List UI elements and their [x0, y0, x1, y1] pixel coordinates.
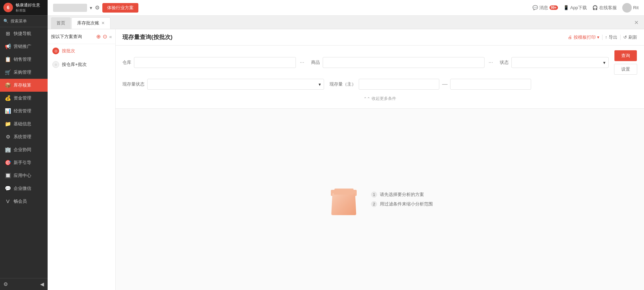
refresh-icon: ↺: [623, 35, 627, 40]
topbar-settings-icon[interactable]: ⚙: [95, 4, 100, 11]
sidebar-item-basics[interactable]: 📁 基础信息: [0, 117, 48, 130]
notification-item[interactable]: 💬 消息 99+: [532, 5, 558, 11]
user-profile[interactable]: Rit: [622, 3, 639, 13]
sidebar-item-marketing[interactable]: 📢 营销推广: [0, 40, 48, 53]
filter-area: 仓库 ··· 商品 ··· 状态 ▾: [116, 46, 644, 109]
warehouse-filter: 仓库 ···: [122, 57, 306, 68]
scheme-inactive-icon: ○: [52, 61, 59, 68]
product-filter: 商品 ···: [311, 57, 494, 68]
purchase-icon: 🛒: [5, 69, 11, 75]
inventory-status-dropdown-icon: ▾: [319, 82, 321, 87]
search-menu[interactable]: 🔍 搜索菜单: [0, 16, 48, 27]
warehouse-more-icon[interactable]: ···: [299, 59, 306, 66]
sidebar-item-system[interactable]: ⚙ 系统管理: [0, 130, 48, 143]
scheme-label: 按仓库+批次: [62, 61, 87, 68]
sidebar-item-label: 企业协同: [14, 147, 31, 153]
app-download-label: App下载: [570, 5, 587, 11]
sidebar-item-enterprise[interactable]: 🏢 企业协同: [0, 143, 48, 156]
scheme-item-by-batch[interactable]: ⊙ 按批次: [48, 44, 115, 58]
headset-icon: 🎧: [592, 5, 598, 10]
notification-label: 消息: [539, 5, 548, 11]
filter-row-2: 现存量状态 ▾ 现存量（主） —: [122, 79, 637, 90]
sidebar-item-appstore[interactable]: 🔲 应用中心: [0, 169, 48, 182]
app-download-item[interactable]: 📱 App下载: [563, 5, 587, 11]
inventory-qty-filter: 现存量（主） —: [329, 79, 531, 90]
print-label: 按模板打印: [574, 34, 596, 40]
tab-panel-close-icon[interactable]: ✕: [634, 19, 639, 25]
vip-icon: V: [5, 198, 11, 204]
inventory-status-label: 现存量状态: [122, 81, 145, 87]
topbar-dropdown-icon[interactable]: ▾: [90, 5, 92, 11]
warehouse-input[interactable]: [134, 57, 296, 68]
page-header-actions: 🖨 按模板打印 ▾ ↑ 导出 ↺ 刷新: [568, 34, 638, 40]
sidebar-nav: ⊞ 快捷导航 📢 营销推广 📋 销售管理 🛒 采购管理 📦 库存核算 💰 资金管…: [0, 27, 48, 278]
sidebar-item-label: 系统管理: [14, 134, 31, 140]
wechat-icon: 💬: [5, 185, 11, 192]
sidebar-item-vip[interactable]: V 畅会员: [0, 195, 48, 208]
sidebar-item-sales[interactable]: 📋 销售管理: [0, 53, 48, 66]
add-scheme-icon[interactable]: ⊕: [96, 33, 101, 40]
settings-button[interactable]: 设置: [614, 64, 637, 75]
username: Rit: [633, 5, 639, 10]
scheme-item-by-warehouse-batch[interactable]: ○ 按仓库+批次: [48, 58, 115, 71]
collapse-bar[interactable]: ⌃⌃ 收起更多条件: [122, 94, 637, 104]
appstore-icon: 🔲: [5, 173, 11, 179]
print-icon: 🖨: [568, 35, 572, 40]
query-button[interactable]: 查询: [614, 50, 637, 61]
hint-text-1: 请先选择要分析的方案: [380, 192, 424, 198]
product-input[interactable]: [323, 57, 485, 68]
inventory-qty-from[interactable]: [359, 79, 439, 90]
customer-service-item[interactable]: 🎧 在线客服: [592, 5, 617, 11]
sidebar-item-wechat[interactable]: 💬 企业微信: [0, 182, 48, 195]
page-content: 按以下方案查询 ⊕ ⊙ « ⊙ 按批次 ○ 按仓库+批次 现存量查询(按批次): [48, 29, 644, 290]
left-panel-header: 按以下方案查询 ⊕ ⊙ «: [48, 29, 115, 44]
tabs-bar: 首页 库存批次账 ✕ ✕: [48, 16, 644, 29]
qty-separator: —: [442, 81, 447, 87]
tab-batch-account[interactable]: 库存批次账 ✕: [71, 17, 111, 29]
sales-icon: 📋: [5, 56, 11, 62]
sidebar-item-label: 快捷导航: [14, 31, 31, 37]
sidebar-item-purchase[interactable]: 🛒 采购管理: [0, 66, 48, 79]
refresh-label: 刷新: [628, 34, 637, 40]
sidebar-item-label: 新手引导: [14, 160, 31, 166]
sidebar-item-label: 采购管理: [14, 69, 31, 75]
settings-scheme-icon[interactable]: ⊙: [103, 33, 107, 40]
refresh-button[interactable]: ↺ 刷新: [623, 34, 637, 40]
inventory-qty-to[interactable]: [450, 79, 531, 90]
inventory-status-select[interactable]: ▾: [147, 79, 324, 90]
action-buttons: 查询 设置: [614, 50, 637, 75]
topbar-brand: [53, 4, 87, 12]
finance-icon: 💰: [5, 95, 11, 101]
right-content: 现存量查询(按批次) 🖨 按模板打印 ▾ ↑ 导出 ↺ 刷: [116, 29, 644, 290]
inventory-icon: 📦: [5, 82, 11, 88]
left-panel-actions: ⊕ ⊙ «: [96, 33, 112, 40]
status-label: 状态: [500, 59, 509, 66]
footer-collapse-icon[interactable]: ◀: [40, 281, 44, 287]
sidebar-item-finance[interactable]: 💰 资金管理: [0, 92, 48, 105]
print-button[interactable]: 🖨 按模板打印 ▾: [568, 34, 599, 40]
divider2: [620, 35, 621, 40]
sidebar-item-label: 资金管理: [14, 95, 31, 101]
export-button[interactable]: ↑ 导出: [605, 34, 618, 40]
sidebar-item-quick-nav[interactable]: ⊞ 快捷导航: [0, 27, 48, 40]
sidebar-item-label: 经营管理: [14, 108, 31, 114]
tab-home[interactable]: 首页: [51, 17, 71, 29]
system-icon: ⚙: [5, 134, 11, 140]
sidebar-item-label: 基础信息: [14, 121, 31, 127]
collapse-up-icon: ⌃⌃: [363, 96, 370, 101]
footer-settings-icon[interactable]: ⚙: [3, 281, 8, 287]
product-label: 商品: [311, 59, 320, 66]
status-select[interactable]: ▾: [511, 57, 609, 68]
trial-button[interactable]: 体验行业方案: [102, 3, 138, 13]
page-title: 现存量查询(按批次): [122, 33, 172, 41]
newcomer-icon: 🎯: [5, 160, 11, 166]
left-panel-title: 按以下方案查询: [51, 34, 82, 40]
sidebar-item-inventory[interactable]: 📦 库存核算: [0, 79, 48, 92]
search-menu-label: 搜索菜单: [11, 18, 27, 24]
sidebar-item-newcomer[interactable]: 🎯 新手引导: [0, 156, 48, 169]
sidebar-item-operations[interactable]: 📊 经营管理: [0, 105, 48, 117]
product-more-icon[interactable]: ···: [487, 59, 494, 66]
quick-nav-icon: ⊞: [5, 31, 11, 37]
tab-close-icon[interactable]: ✕: [101, 21, 105, 25]
collapse-panel-icon[interactable]: «: [109, 34, 112, 39]
